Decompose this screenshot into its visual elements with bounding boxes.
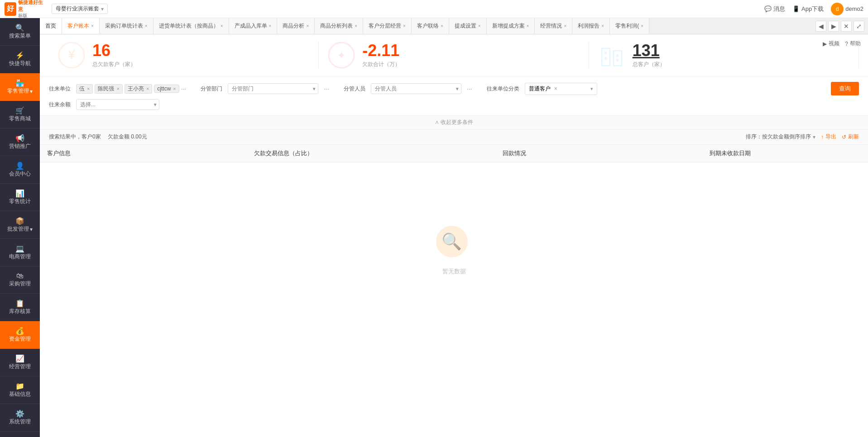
sidebar-item-retail-stats[interactable]: 📊 零售统计 — [0, 184, 40, 211]
tag-remove-wu[interactable]: × — [87, 86, 90, 91]
tab-maximize-button[interactable]: ⤢ — [854, 21, 864, 32]
tab-close-icon[interactable]: × — [355, 24, 357, 28]
data-table: 客户信息 欠款交易信息（占比） 回款情况 到期未收款日期 — [40, 145, 868, 339]
empty-state-cell: 🔍 暂无数据 — [40, 162, 868, 339]
person-ellipsis[interactable]: ··· — [467, 85, 472, 92]
tab-close-icon[interactable]: × — [441, 24, 443, 28]
sidebar-item-search[interactable]: 🔍 搜索菜单 — [0, 18, 40, 46]
chevron-up-icon: ∧ — [435, 119, 439, 125]
sidebar-item-purchase[interactable]: 🛍 采购管理 — [0, 266, 40, 294]
query-button[interactable]: 查询 — [831, 82, 859, 95]
export-button[interactable]: ↑ 导出 — [821, 133, 836, 141]
ecommerce-icon: 💻 — [4, 244, 36, 253]
collapse-bar[interactable]: ∧ 收起更多条件 — [40, 116, 868, 129]
tab-close-icon[interactable]: × — [478, 24, 481, 28]
tab-product-analysis-list[interactable]: 商品分析列表 × — [315, 18, 363, 34]
result-bar-right: 排序：按欠款金额倒序排序 ▾ ↑ 导出 ↺ 刷新 — [746, 133, 859, 141]
tab-close-icon[interactable]: × — [527, 24, 529, 28]
sidebar-item-finance[interactable]: 💰 资金管理 — [0, 321, 40, 349]
tab-close-icon[interactable]: × — [91, 24, 94, 28]
tab-close-icon[interactable]: × — [641, 24, 643, 28]
tab-label: 零售利润( — [615, 22, 639, 30]
sidebar-item-label: 经营管理 — [4, 363, 36, 370]
tab-next-button[interactable]: ▶ — [828, 21, 839, 32]
tab-home[interactable]: 首页 — [40, 18, 62, 34]
message-button[interactable]: 💬 消息 — [764, 5, 785, 13]
pink-icon: ✦ — [328, 42, 355, 69]
tab-close-icon[interactable]: × — [306, 24, 309, 28]
tab-prev-button[interactable]: ◀ — [815, 21, 826, 32]
more-tags-button[interactable]: ··· — [181, 85, 187, 92]
tab-customer-book[interactable]: 客户账本 × — [62, 18, 100, 34]
tag-remove-cjttcw[interactable]: × — [173, 86, 176, 91]
user-profile[interactable]: d demo2 — [831, 3, 863, 15]
help-button[interactable]: ? 帮助 — [845, 40, 861, 48]
tab-close-icon[interactable]: × — [145, 24, 148, 28]
stat-total-customers: 131 总客户（家） — [589, 42, 859, 69]
stats-bar: ¥ 16 总欠款客户（家） ✦ -2.11 欠款合计（万） — [40, 34, 868, 76]
tab-promotion-settings[interactable]: 提成设置 × — [449, 18, 487, 34]
sidebar-item-basics[interactable]: 📁 基础信息 — [0, 376, 40, 404]
help-icon: ? — [845, 41, 848, 47]
unit-type-select[interactable]: 普通客户 × ▾ — [525, 83, 597, 95]
tab-new-achievement[interactable]: 新增提成方案 × — [487, 18, 535, 34]
tab-label: 进货单统计表（按商品） — [159, 22, 219, 30]
tab-product-inbound[interactable]: 产成品入库单 × — [229, 18, 278, 34]
app-download-button[interactable]: 📱 App下载 — [792, 5, 824, 13]
tab-customer-connect[interactable]: 客户联络 × — [412, 18, 449, 34]
table-wrap: 客户信息 欠款交易信息（占比） 回款情况 到期未收款日期 — [40, 145, 868, 437]
tab-profit-report[interactable]: 利润报告 × — [572, 18, 610, 34]
tab-product-analysis[interactable]: 商品分析 × — [277, 18, 315, 34]
sidebar-item-marketing[interactable]: 📢 营销推广 — [0, 128, 40, 156]
result-count: 搜索结果中，客户0家 — [49, 133, 101, 140]
tab-close-icon[interactable]: × — [221, 24, 223, 28]
building-icon — [598, 42, 625, 69]
tab-purchase-stats-by-product[interactable]: 进货单统计表（按商品） × — [153, 18, 229, 34]
person-input[interactable] — [371, 83, 461, 94]
no-data-icon: 🔍 — [441, 232, 462, 251]
sidebar-item-ecommerce[interactable]: 💻 电商管理 — [0, 239, 40, 266]
sidebar-item-system[interactable]: ⚙️ 系统管理 — [0, 404, 40, 432]
svg-text:¥: ¥ — [67, 48, 75, 62]
col-debt-info: 欠款交易信息（占比） — [247, 145, 495, 162]
tab-business-status[interactable]: 经营情况 × — [535, 18, 572, 34]
empty-icon-circle: 🔍 — [436, 226, 468, 257]
sidebar-item-retail-store[interactable]: 🛒 零售商城 — [0, 101, 40, 128]
tab-retail-profit[interactable]: 零售利润( × — [610, 18, 649, 34]
app-name: 畅捷通好生意 — [18, 0, 44, 13]
sidebar-item-operations[interactable]: 📈 经营管理 — [0, 349, 40, 376]
video-label: 视频 — [829, 40, 839, 48]
industry-selector[interactable]: 母婴行业演示账套 ▾ — [52, 4, 108, 14]
dept-input[interactable] — [228, 83, 318, 94]
tab-customer-tier[interactable]: 客户分层经营 × — [363, 18, 412, 34]
dept-ellipsis[interactable]: ··· — [324, 85, 329, 92]
unit-type-remove[interactable]: × — [554, 86, 557, 92]
industry-name: 母婴行业演示账套 — [56, 5, 99, 13]
ops-icon: 📈 — [4, 354, 36, 363]
refresh-button[interactable]: ↺ 刷新 — [842, 133, 859, 141]
tab-close-icon[interactable]: × — [601, 24, 604, 28]
sidebar-item-label: 零售管理 ▾ — [4, 87, 36, 95]
sidebar-item-quick-nav[interactable]: ⚡ 快捷导航 — [0, 46, 40, 73]
tab-close-all-button[interactable]: ✕ — [841, 21, 852, 32]
tag-remove-wang[interactable]: × — [146, 86, 149, 91]
sidebar-item-retail[interactable]: 🏪 零售管理 ▾ — [0, 73, 40, 101]
tag-remove-chen[interactable]: × — [116, 86, 119, 91]
tab-label: 新增提成方案 — [492, 22, 525, 30]
result-summary: 搜索结果中，客户0家 欠款金额 0.00元 — [49, 133, 147, 141]
sidebar-item-enterprise[interactable]: 🏢 企业协同 — [0, 432, 40, 437]
system-icon: ⚙️ — [4, 409, 36, 418]
chevron-icon2: ▾ — [30, 226, 33, 233]
balance-input[interactable] — [76, 99, 159, 110]
tab-close-icon[interactable]: × — [269, 24, 272, 28]
sidebar-item-wholesale[interactable]: 📦 批发管理 ▾ — [0, 211, 40, 239]
video-button[interactable]: ▶ 视频 — [823, 40, 839, 48]
sidebar-item-inventory[interactable]: 📋 库存核算 — [0, 294, 40, 321]
svg-rect-5 — [614, 51, 622, 66]
page-content: ¥ 16 总欠款客户（家） ✦ -2.11 欠款合计（万） — [40, 34, 868, 437]
sidebar-item-member[interactable]: 👤 会员中心 — [0, 156, 40, 184]
tab-close-icon[interactable]: × — [564, 24, 566, 28]
sidebar-item-label: 快捷导航 — [4, 60, 36, 67]
tab-close-icon[interactable]: × — [403, 24, 406, 28]
tab-purchase-order-stats[interactable]: 采购订单统计表 × — [100, 18, 153, 34]
